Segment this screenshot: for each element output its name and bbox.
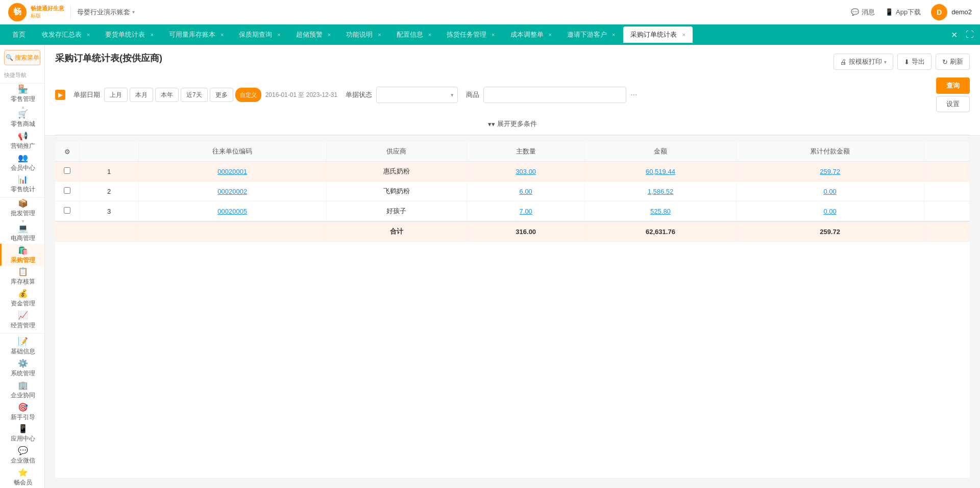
tab-available-stock[interactable]: 可用量库存账本 × — [162, 27, 231, 43]
row-paid-amount-cell[interactable]: 0.00 — [736, 182, 924, 201]
sidebar-item-purchase[interactable]: 🛍️ 采购管理 — [0, 244, 44, 266]
table-row[interactable]: 3 00020005 好孩子 7.00 525.80 0.00 — [55, 201, 970, 222]
date-custom-btn[interactable]: 自定义 — [235, 88, 261, 102]
row-amount-cell[interactable]: 1,586.52 — [585, 182, 736, 201]
tab-pick-task[interactable]: 拣货任务管理 × — [439, 27, 502, 43]
toggle-filter-btn[interactable]: ▶ — [55, 90, 65, 100]
tab-recv-pay-close[interactable]: × — [87, 32, 90, 38]
th-settings[interactable]: ⚙ — [55, 142, 80, 162]
tab-invite[interactable]: 邀请下游客户 × — [560, 27, 622, 43]
tab-overstock-close[interactable]: × — [328, 32, 331, 38]
date-this-year-btn[interactable]: 本年 — [155, 88, 179, 102]
tab-config[interactable]: 配置信息 × — [389, 27, 438, 43]
row-main-qty-cell[interactable]: 303.00 — [467, 162, 584, 182]
sidebar-item-retail-mall[interactable]: 🛒 零售商城 — [0, 108, 44, 130]
export-button[interactable]: ⬇ 导出 — [897, 54, 932, 70]
date-7days-btn[interactable]: 近7天 — [181, 88, 208, 102]
sidebar-divider-1 — [0, 83, 44, 84]
nav-maximize-btn[interactable]: ⛶ — [964, 28, 976, 41]
tab-cost-adjust-close[interactable]: × — [549, 32, 552, 38]
tab-expiry-query[interactable]: 保质期查询 × — [232, 27, 287, 43]
tab-config-close[interactable]: × — [428, 32, 431, 38]
sidebar-item-app-center[interactable]: 📱 应用中心 — [0, 423, 44, 445]
wholesale-label: 批发管理 — [11, 209, 35, 218]
footer-label-cell: 合计 — [326, 221, 467, 242]
row-amount-cell[interactable]: 525.80 — [585, 201, 736, 222]
query-button[interactable]: 查询 — [936, 78, 970, 94]
tab-purchase-stats[interactable]: 采购订单统计表 × — [623, 27, 692, 43]
sys-mgmt-icon: ⚙️ — [18, 358, 28, 368]
row-checkbox-cell[interactable] — [55, 182, 80, 201]
tab-recv-pay[interactable]: 收发存汇总表 × — [35, 27, 97, 43]
filter-goods-item: 商品 ··· — [466, 87, 637, 103]
basic-info-label: 基础信息 — [11, 347, 35, 356]
nav-close-btn[interactable]: ✕ — [949, 28, 960, 42]
date-this-month-btn[interactable]: 本月 — [130, 88, 153, 102]
tab-recv-pay-label: 收发存汇总表 — [42, 30, 82, 39]
table-row[interactable]: 1 00020001 惠氏奶粉 303.00 60,519.44 259.72 — [55, 162, 970, 182]
tab-purchase-stats-close[interactable]: × — [682, 32, 685, 38]
sidebar-item-stock-check[interactable]: 📋 库存核算 — [0, 266, 44, 288]
search-menu-button[interactable]: 🔍 搜索菜单 — [4, 50, 40, 65]
username[interactable]: demo2 — [951, 8, 972, 16]
sidebar-item-basic-info[interactable]: 📝 基础信息 — [0, 336, 44, 357]
sidebar-item-members2[interactable]: ⭐ 畅会员 — [0, 466, 44, 488]
row-checkbox-cell[interactable] — [55, 201, 80, 222]
goods-search-input[interactable] — [483, 87, 626, 103]
goods-more-icon[interactable]: ··· — [630, 90, 637, 99]
row-checkbox-cell[interactable] — [55, 162, 80, 182]
sidebar-item-members[interactable]: 👥 会员中心 — [0, 151, 44, 173]
row-paid-amount-cell[interactable]: 259.72 — [736, 162, 924, 182]
tab-invite-close[interactable]: × — [612, 32, 615, 38]
date-more-btn[interactable]: 更多 — [210, 88, 233, 102]
tab-pick-task-close[interactable]: × — [492, 32, 495, 38]
sidebar-item-sys-mgmt[interactable]: ⚙️ 系统管理 — [0, 357, 44, 379]
tab-home[interactable]: 首页 — [4, 27, 34, 43]
tab-order-stats[interactable]: 要货单统计表 × — [98, 27, 160, 43]
th-paid-amount: 累计付款金额 — [736, 142, 924, 162]
sidebar-item-wholesale[interactable]: 📦 批发管理 ▼ — [0, 200, 44, 222]
stock-check-icon: 📋 — [18, 267, 28, 276]
tab-func-desc[interactable]: 功能说明 × — [339, 27, 388, 43]
settings-icon[interactable]: ⚙ — [64, 148, 70, 156]
sidebar-item-marketing[interactable]: 📢 营销推广 — [0, 130, 44, 152]
tab-order-stats-close[interactable]: × — [150, 32, 153, 38]
sidebar-item-finance[interactable]: 💰 资金管理 — [0, 288, 44, 310]
row-checkbox[interactable] — [64, 207, 70, 214]
expand-more-icon: ▾▾ — [488, 120, 495, 128]
expand-more-btn[interactable]: ▾▾ 展开更多条件 — [55, 116, 970, 129]
row-paid-amount-cell[interactable]: 0.00 — [736, 201, 924, 222]
tab-overstock[interactable]: 超储预警 × — [289, 27, 338, 43]
tab-available-stock-close[interactable]: × — [220, 32, 224, 38]
template-print-button[interactable]: 🖨 按模板打印 ▾ — [834, 54, 893, 70]
row-main-qty-cell[interactable]: 6.00 — [467, 182, 584, 201]
sidebar-item-new-guide[interactable]: 🎯 新手引导 — [0, 401, 44, 423]
row-main-qty-cell[interactable]: 7.00 — [467, 201, 584, 222]
row-checkbox[interactable] — [64, 187, 70, 194]
user-area[interactable]: D demo2 — [931, 4, 972, 20]
row-unit-code-cell[interactable]: 00020005 — [138, 201, 326, 222]
refresh-button[interactable]: ↻ 刷新 — [936, 54, 970, 70]
row-checkbox[interactable] — [64, 167, 70, 174]
sidebar-item-corp-wechat[interactable]: 💬 企业微信 — [0, 445, 44, 467]
workspace-selector[interactable]: 母婴行业演示账套 ▾ — [77, 8, 135, 17]
settings-button[interactable]: 设置 — [936, 96, 970, 112]
row-unit-code-cell[interactable]: 00020002 — [138, 182, 326, 201]
sidebar-item-ecommerce[interactable]: 💻 电商管理 — [0, 222, 44, 244]
status-select[interactable] — [376, 87, 458, 103]
avatar[interactable]: D — [931, 4, 947, 20]
message-action[interactable]: 💬 消息 — [851, 8, 875, 17]
sidebar-item-operations[interactable]: 📈 经营管理 — [0, 309, 44, 331]
table-row[interactable]: 2 00020002 飞鹤奶粉 6.00 1,586.52 0.00 — [55, 182, 970, 201]
row-unit-code-cell[interactable]: 00020001 — [138, 162, 326, 182]
tab-func-desc-close[interactable]: × — [378, 32, 381, 38]
date-last-month-btn[interactable]: 上月 — [104, 88, 128, 102]
row-amount-cell[interactable]: 60,519.44 — [585, 162, 736, 182]
sidebar-item-enterprise[interactable]: 🏢 企业协同 — [0, 379, 44, 401]
app-center-label: 应用中心 — [11, 434, 35, 443]
sidebar-item-retail-mgmt[interactable]: 🏪 零售管理 ▲ — [0, 86, 44, 108]
sidebar-item-retail-stats[interactable]: 📊 零售统计 — [0, 173, 44, 195]
tab-cost-adjust[interactable]: 成本调整单 × — [503, 27, 559, 43]
app-download-action[interactable]: 📱 App下载 — [885, 8, 921, 17]
tab-expiry-query-close[interactable]: × — [277, 32, 280, 38]
